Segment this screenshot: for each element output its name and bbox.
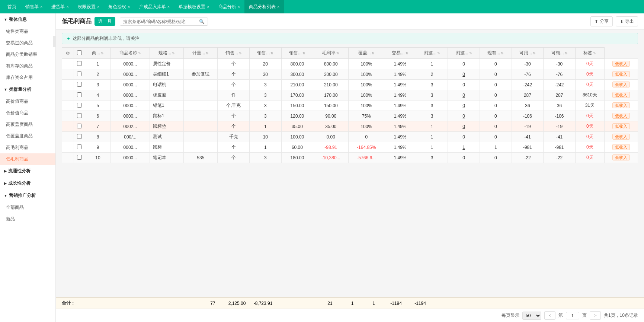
browse1-link[interactable]: 0 (462, 72, 465, 77)
close-icon[interactable]: × (66, 4, 68, 9)
row-select-checkbox[interactable] (77, 61, 82, 66)
row-unit: 千克 (218, 132, 250, 142)
sidebar-item-sales-products[interactable]: 销售类商品 (0, 26, 55, 37)
row-checkbox[interactable] (74, 142, 85, 153)
row-checkbox[interactable] (74, 90, 85, 101)
row-select-checkbox[interactable] (77, 155, 82, 160)
row-select-checkbox[interactable] (77, 103, 82, 108)
sidebar-item-all-products[interactable]: 全部商品 (0, 202, 55, 213)
row-browse1[interactable]: 0 (448, 111, 480, 121)
sidebar-item-stock-capital[interactable]: 库存资金占用 (0, 72, 55, 83)
close-icon[interactable]: × (97, 4, 99, 9)
next-page-button[interactable]: ＞ (590, 311, 601, 320)
browse1-link[interactable]: 0 (462, 134, 465, 140)
nav-product-analysis[interactable]: 商品分析 × (214, 0, 244, 13)
nav-sales[interactable]: 销售单 × (21, 0, 47, 13)
browse1-link[interactable]: 1 (462, 145, 465, 150)
row-unit: 个 (218, 80, 250, 90)
col-checkbox[interactable] (74, 48, 85, 59)
row-browse1[interactable]: 0 (448, 132, 480, 142)
row-checkbox[interactable] (74, 132, 85, 142)
sidebar-item-traded-products[interactable]: 交易过的商品 (0, 37, 55, 49)
row-checkbox[interactable] (74, 153, 85, 163)
date-filter-button[interactable]: 近一月 (94, 17, 115, 26)
row-browse1[interactable]: 0 (448, 69, 480, 80)
close-icon[interactable]: × (128, 4, 130, 9)
nav-purchase[interactable]: 进货单 × (47, 0, 73, 13)
per-page-select[interactable]: 50 100 200 (522, 312, 541, 320)
row-checkbox[interactable] (74, 101, 85, 111)
row-tag: 低收入 (605, 132, 638, 142)
browse1-link[interactable]: 0 (462, 114, 465, 119)
row-browse1[interactable]: 0 (448, 59, 480, 69)
nav-product-analysis-list[interactable]: 商品分析列表 × (244, 0, 284, 13)
browse1-link[interactable]: 0 (462, 82, 465, 87)
close-icon[interactable]: × (238, 4, 240, 9)
select-all-checkbox[interactable] (77, 50, 82, 55)
sidebar-group-marketing[interactable]: ▼ 营销推广分析 (0, 189, 55, 202)
row-select-checkbox[interactable] (77, 82, 82, 87)
sidebar-item-high-margin[interactable]: 高毛利商品 (0, 142, 55, 153)
sidebar-group-growth[interactable]: ▶ 成长性分析 (0, 177, 55, 189)
browse1-link[interactable]: 0 (462, 124, 465, 129)
prev-page-button[interactable]: ＜ (544, 311, 555, 320)
nav-home[interactable]: 首页 (3, 0, 21, 13)
row-select-checkbox[interactable] (77, 92, 82, 97)
nav-template-settings[interactable]: 单据模板设置 × (174, 0, 214, 13)
row-checkbox[interactable] (74, 80, 85, 90)
sidebar-item-category-rate[interactable]: 商品分类助销率 (0, 49, 55, 60)
row-browse1[interactable]: 0 (448, 121, 480, 132)
row-select-checkbox[interactable] (77, 71, 82, 76)
row-select-checkbox[interactable] (77, 113, 82, 118)
nav-product-entry[interactable]: 产成品入库单 × (135, 0, 174, 13)
data-table: ⚙ 商...⇅ 商品名称⇅ 规格...⇅ 计量...⇅ 销售...⇅ 销售...… (62, 47, 638, 163)
row-sale-price: 800.00 (281, 59, 313, 69)
row-browse1[interactable]: 0 (448, 101, 480, 111)
sidebar-collapse-button[interactable]: 《 (53, 36, 56, 47)
col-settings[interactable]: ⚙ (62, 48, 74, 59)
close-icon[interactable]: × (207, 4, 209, 9)
header-actions: ⬆ 分享 ⬇ 导出 (590, 16, 638, 26)
browse1-link[interactable]: 0 (462, 103, 465, 108)
row-checkbox[interactable] (74, 59, 85, 69)
sidebar-group-cluster[interactable]: ▼ 类群量分析 (0, 83, 55, 96)
search-input[interactable] (123, 19, 198, 24)
row-select-checkbox[interactable] (77, 124, 82, 128)
close-icon[interactable]: × (277, 4, 279, 9)
close-icon[interactable]: × (167, 4, 170, 9)
nav-roles[interactable]: 角色授权 × (104, 0, 134, 13)
nav-permissions[interactable]: 权限设置 × (73, 0, 104, 13)
row-settings (62, 142, 74, 153)
browse1-link[interactable]: 0 (462, 93, 465, 98)
browse1-link[interactable]: 0 (462, 61, 465, 67)
sidebar-item-low-value[interactable]: 低价值商品 (0, 107, 55, 119)
row-select-checkbox[interactable] (77, 134, 82, 139)
browse1-link[interactable]: 0 (462, 155, 465, 160)
row-select-checkbox[interactable] (77, 144, 82, 149)
row-settings (62, 90, 74, 101)
row-browse1[interactable]: 1 (448, 142, 480, 153)
sidebar-item-high-coverage[interactable]: 高覆盖度商品 (0, 119, 55, 130)
search-icon[interactable]: 🔍 (199, 19, 205, 24)
row-sellable: 0天 (575, 69, 604, 80)
row-gross-margin: 100% (349, 90, 384, 101)
row-checkbox[interactable] (74, 69, 85, 80)
row-checkbox[interactable] (74, 121, 85, 132)
sidebar-item-low-margin[interactable]: 低毛利商品 (0, 153, 55, 165)
sidebar-group-overall[interactable]: ▼ 整体信息 (0, 13, 55, 26)
sidebar-group-circulation[interactable]: ▶ 流通性分析 (0, 165, 55, 177)
export-button[interactable]: ⬇ 导出 (616, 16, 638, 26)
sidebar-item-new-products[interactable]: 新品 (0, 213, 55, 225)
sidebar-item-low-coverage[interactable]: 低覆盖度商品 (0, 130, 55, 142)
page-number-input[interactable] (566, 312, 579, 319)
row-browse1[interactable]: 0 (448, 90, 480, 101)
close-icon[interactable]: × (40, 4, 42, 9)
sidebar-item-high-value[interactable]: 高价值商品 (0, 96, 55, 107)
row-browse1[interactable]: 0 (448, 153, 480, 163)
row-browse1[interactable]: 0 (448, 80, 480, 90)
share-button[interactable]: ⬆ 分享 (590, 16, 613, 26)
row-checkbox[interactable] (74, 111, 85, 121)
row-tag: 低收入 (605, 121, 638, 132)
sidebar-item-stocked-products[interactable]: 有库存的商品 (0, 60, 55, 72)
row-available: 36 (544, 101, 576, 111)
